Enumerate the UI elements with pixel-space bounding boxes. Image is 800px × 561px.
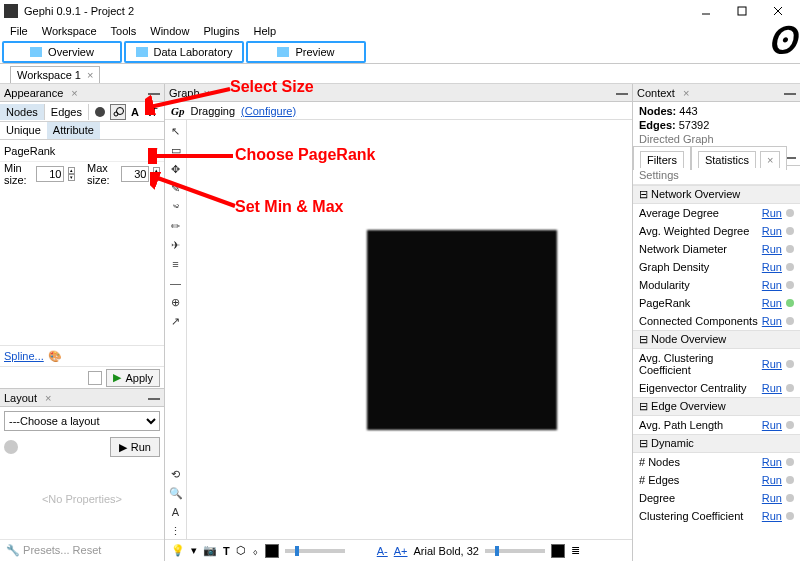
add-edge-icon[interactable]: ↗ <box>168 313 184 329</box>
close-button[interactable] <box>760 1 796 21</box>
label-size-slider[interactable] <box>485 549 545 553</box>
menu-plugins[interactable]: Plugins <box>197 24 245 38</box>
edge-color-swatch[interactable] <box>265 544 279 558</box>
close-icon[interactable]: × <box>683 87 689 99</box>
run-link[interactable]: Run <box>762 243 782 255</box>
attribute-dropdown[interactable]: PageRank ▾ <box>0 140 164 162</box>
min-size-spinner[interactable]: ▴▾ <box>68 167 75 181</box>
menu-workspace[interactable]: Workspace <box>36 24 103 38</box>
run-link[interactable]: Run <box>762 207 782 219</box>
sizer-tool-icon[interactable]: ༄ <box>168 199 184 215</box>
edges-label: Edges: <box>639 119 676 131</box>
titlebar: Gephi 0.9.1 - Project 2 <box>0 0 800 22</box>
configure-link[interactable]: (Configure) <box>241 105 296 117</box>
graph-canvas[interactable] <box>187 120 632 539</box>
close-icon[interactable]: × <box>204 87 210 99</box>
close-icon[interactable]: × <box>45 392 51 404</box>
run-link[interactable]: Run <box>762 297 782 309</box>
center-icon[interactable]: A <box>168 504 184 520</box>
label-size-icon[interactable]: tT <box>146 104 162 120</box>
more-icon[interactable]: ⋮ <box>168 523 184 539</box>
run-link[interactable]: Run <box>762 492 782 504</box>
presets-link[interactable]: Presets... <box>23 544 69 556</box>
group-dynamic[interactable]: ⊟ Dynamic <box>633 434 800 453</box>
edge-weight-slider[interactable] <box>285 549 345 553</box>
sub-attribute[interactable]: Attribute <box>47 122 100 139</box>
zoom-icon[interactable]: 🔍 <box>168 485 184 501</box>
label-toggle-icon[interactable]: T <box>223 545 230 557</box>
max-size-input[interactable] <box>121 166 149 182</box>
run-link[interactable]: Run <box>762 279 782 291</box>
font-decrease[interactable]: A- <box>377 545 388 557</box>
edit-icon[interactable]: — <box>168 275 184 291</box>
run-link[interactable]: Run <box>762 419 782 431</box>
sub-unique[interactable]: Unique <box>0 122 47 139</box>
close-icon[interactable]: × <box>87 69 93 81</box>
status-dot <box>786 227 794 235</box>
pointer-tool-icon[interactable]: ↖ <box>168 123 184 139</box>
brush-tool-icon[interactable]: ✎ <box>168 180 184 196</box>
palette-icon[interactable]: 🎨 <box>48 350 62 363</box>
workspace-tab[interactable]: Workspace 1× <box>10 66 100 83</box>
run-link[interactable]: Run <box>762 261 782 273</box>
run-layout-button[interactable]: ▶Run <box>110 437 160 457</box>
group-network[interactable]: ⊟ Network Overview <box>633 185 800 204</box>
node-label-icon[interactable]: ⬡ <box>236 544 246 557</box>
menu-tools[interactable]: Tools <box>105 24 143 38</box>
run-link[interactable]: Run <box>762 382 782 394</box>
bg-color-icon[interactable]: ▾ <box>191 544 197 557</box>
wrench-icon[interactable]: 🔧 <box>6 544 20 556</box>
attributes-icon[interactable]: ≣ <box>571 544 580 557</box>
reset-link[interactable]: Reset <box>73 544 102 556</box>
layout-select[interactable]: ---Choose a layout <box>4 411 160 431</box>
label-color-icon[interactable]: A <box>128 104 144 120</box>
subtab-edges[interactable]: Edges <box>45 104 89 120</box>
apply-button[interactable]: ▶Apply <box>106 369 160 387</box>
subtab-nodes[interactable]: Nodes <box>0 104 45 120</box>
minimize-icon[interactable] <box>616 91 628 95</box>
edge-pencil-icon[interactable]: ✏ <box>168 218 184 234</box>
edge-label-icon[interactable]: ⬨ <box>252 545 259 557</box>
font-increase[interactable]: A+ <box>394 545 408 557</box>
tab-overview[interactable]: Overview <box>2 41 122 63</box>
size-icon[interactable] <box>110 104 126 120</box>
settings-label[interactable]: Settings <box>633 166 800 185</box>
reset-zoom-icon[interactable]: ⟲ <box>168 466 184 482</box>
tab-preview[interactable]: Preview <box>246 41 366 63</box>
options-icon[interactable] <box>88 371 102 385</box>
rect-select-icon[interactable]: ▭ <box>168 142 184 158</box>
tab-datalab[interactable]: Data Laboratory <box>124 41 244 63</box>
maximize-button[interactable] <box>724 1 760 21</box>
label-color-swatch[interactable] <box>551 544 565 558</box>
run-link[interactable]: Run <box>762 358 782 370</box>
minimize-icon[interactable] <box>148 91 160 95</box>
add-node-icon[interactable]: ⊕ <box>168 294 184 310</box>
bulb-icon[interactable]: 💡 <box>171 544 185 557</box>
heatmap-icon[interactable]: ≡ <box>168 256 184 272</box>
menu-window[interactable]: Window <box>144 24 195 38</box>
tool-dragging[interactable]: Dragging <box>190 105 235 117</box>
group-edge[interactable]: ⊟ Edge Overview <box>633 397 800 416</box>
minimize-icon[interactable] <box>148 396 160 400</box>
screenshot-icon[interactable]: 📷 <box>203 544 217 557</box>
run-link[interactable]: Run <box>762 456 782 468</box>
color-icon[interactable] <box>92 104 108 120</box>
run-link[interactable]: Run <box>762 474 782 486</box>
run-link[interactable]: Run <box>762 510 782 522</box>
minimize-icon[interactable] <box>787 155 796 159</box>
minimize-button[interactable] <box>688 1 724 21</box>
close-icon[interactable]: × <box>760 151 780 168</box>
run-link[interactable]: Run <box>762 315 782 327</box>
max-size-spinner[interactable]: ▴▾ <box>153 167 160 181</box>
min-size-input[interactable] <box>36 166 64 182</box>
drag-tool-icon[interactable]: ✥ <box>168 161 184 177</box>
group-node[interactable]: ⊟ Node Overview <box>633 330 800 349</box>
minimize-icon[interactable] <box>784 91 796 95</box>
spline-link[interactable]: Spline... <box>4 350 44 362</box>
close-icon[interactable]: × <box>71 87 77 99</box>
shortest-path-icon[interactable]: ✈ <box>168 237 184 253</box>
font-label[interactable]: Arial Bold, 32 <box>414 545 479 557</box>
menu-help[interactable]: Help <box>247 24 282 38</box>
menu-file[interactable]: File <box>4 24 34 38</box>
run-link[interactable]: Run <box>762 225 782 237</box>
